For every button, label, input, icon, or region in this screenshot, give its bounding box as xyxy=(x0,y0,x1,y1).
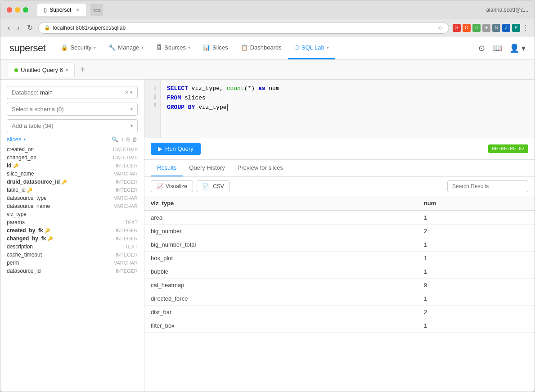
user-icon-button[interactable]: 👤 ▾ xyxy=(509,43,526,53)
table-row: directed_force 1 xyxy=(144,292,535,306)
column-row: datasource_name VARCHAR xyxy=(7,202,138,210)
run-query-button[interactable]: ▶ Run Query xyxy=(151,143,201,155)
key-icon: 🔑 xyxy=(45,228,50,233)
nav-menu: 🔒 Security ▾ 🔧 Manage ▾ 🗄 Sources ▾ 📊 Sl… xyxy=(54,36,478,59)
column-name: changed_on xyxy=(7,154,36,161)
database-select[interactable]: Database: main ✕ ▾ xyxy=(7,86,138,99)
sqllab-icon: ⬡ xyxy=(294,44,299,51)
column-row: id 🔑 INTEGER xyxy=(7,162,138,170)
line-numbers: 1 2 3 xyxy=(144,80,161,138)
column-row: perm VARCHAR xyxy=(7,259,138,267)
column-name: datasource_name xyxy=(7,203,50,209)
table-select[interactable]: Add a table (34) ▾ xyxy=(7,119,138,132)
schema-select[interactable]: Select a schema (0) ▾ xyxy=(7,103,138,116)
address-bar[interactable]: 🔒 localhost:8081/superset/sqllab ☆ xyxy=(38,22,449,34)
github-icon-button[interactable]: ⊙ xyxy=(478,43,485,53)
cell-num: 1 xyxy=(418,211,535,225)
column-row: druid_datasource_id 🔑 INTEGER xyxy=(7,178,138,186)
column-name: viz_type xyxy=(7,211,27,217)
ext-icon-4: ✦ xyxy=(482,24,490,32)
ext-icon-6: Z xyxy=(502,24,510,32)
nav-item-dashboards[interactable]: 📋 Dashboards xyxy=(234,36,288,59)
search-results-input[interactable] xyxy=(447,180,528,192)
table-row: area 1 xyxy=(144,211,535,225)
nav-slices-label: Slices xyxy=(212,44,228,51)
tab-results[interactable]: Results xyxy=(151,160,183,176)
cell-viz_type: bubble xyxy=(144,265,418,279)
new-tab-button[interactable]: ▭ xyxy=(90,4,103,16)
visualize-button[interactable]: 📈 Visualize xyxy=(151,180,193,192)
chart-icon: 📈 xyxy=(157,183,163,189)
close-btn[interactable] xyxy=(7,7,12,13)
key-icon: 🔑 xyxy=(47,236,53,241)
extensions-overflow[interactable]: ⋮ xyxy=(522,23,529,32)
table-row: filter_box 1 xyxy=(144,319,535,333)
column-type: VARCHAR xyxy=(114,203,138,209)
maximize-btn[interactable] xyxy=(23,7,28,13)
browser-tab[interactable]: {} Superset ✕ xyxy=(37,4,86,16)
table-row: cal_heatmap 9 xyxy=(144,279,535,292)
forward-button[interactable]: › xyxy=(15,23,21,33)
add-query-tab-button[interactable]: + xyxy=(76,64,89,75)
nav-item-slices[interactable]: 📊 Slices xyxy=(197,36,234,59)
cell-num: 1 xyxy=(418,252,535,265)
refresh-button[interactable]: ↻ xyxy=(25,23,35,33)
key-icon: 🔑 xyxy=(13,163,18,168)
delete-table-icon[interactable]: 🗑 xyxy=(132,136,138,143)
csv-button[interactable]: 📄 .CSV xyxy=(197,180,230,192)
sources-caret-icon: ▾ xyxy=(188,45,190,50)
cell-viz_type: filter_box xyxy=(144,319,418,333)
tab-close-icon[interactable]: ✕ xyxy=(76,7,80,13)
back-button[interactable]: ‹ xyxy=(6,23,12,33)
cell-viz_type: directed_force xyxy=(144,292,418,306)
ext-icon-7: P xyxy=(512,24,520,32)
code-content[interactable]: SELECT viz_type, count(*) as num FROM sl… xyxy=(161,80,535,138)
column-row: created_by_fk 🔑 INTEGER xyxy=(7,226,138,234)
manage-caret-icon: ▾ xyxy=(141,45,144,50)
column-name: datasource_id xyxy=(7,268,40,274)
user-account: alanna.scott@a... xyxy=(486,7,528,13)
run-icon: ▶ xyxy=(158,145,162,152)
app-content: superset 🔒 Security ▾ 🔧 Manage ▾ 🗄 Sourc… xyxy=(0,36,535,392)
column-name: cache_timeout xyxy=(7,252,42,258)
column-row: params TEXT xyxy=(7,218,138,226)
nav-item-manage[interactable]: 🔧 Manage ▾ xyxy=(102,36,150,59)
results-table: viz_type num area 1 big_number 2 big_num… xyxy=(144,196,535,333)
docs-icon-button[interactable]: 📖 xyxy=(492,43,502,53)
query-tab-0[interactable]: Untitled Query 6 ▾ xyxy=(8,63,75,77)
minimize-btn[interactable] xyxy=(15,7,20,13)
column-name: id 🔑 xyxy=(7,162,18,169)
code-editor[interactable]: 1 2 3 SELECT viz_type, count(*) as num F… xyxy=(144,80,535,138)
column-name: perm xyxy=(7,260,19,266)
nav-item-security[interactable]: 🔒 Security ▾ xyxy=(54,36,102,59)
column-type: DATETIME xyxy=(113,155,138,160)
col-header-viz_type[interactable]: viz_type xyxy=(144,196,418,211)
nav-item-sqllab[interactable]: ⬡ SQL Lab ▾ xyxy=(288,36,335,59)
csv-label: .CSV xyxy=(211,183,224,189)
column-row: changed_by_fk 🔑 INTEGER xyxy=(7,234,138,243)
database-label: Database: main xyxy=(12,89,53,96)
bookmark-icon[interactable]: ☆ xyxy=(437,24,443,32)
table-row: bubble 1 xyxy=(144,265,535,279)
database-select-arrows: ✕ ▾ xyxy=(125,90,133,95)
tab-query-history[interactable]: Query History xyxy=(183,160,231,176)
table-collapse-icon[interactable]: ▪ xyxy=(24,136,26,143)
copy-table-icon[interactable]: ⎘ xyxy=(126,136,130,143)
col-header-num[interactable]: num xyxy=(418,196,535,211)
tab-preview-slices[interactable]: Preview for slices xyxy=(231,160,289,176)
brand-logo: superset xyxy=(9,42,45,54)
search-table-icon[interactable]: 🔍 xyxy=(112,136,118,143)
column-row: cache_timeout INTEGER xyxy=(7,251,138,259)
tab-caret-icon: ▾ xyxy=(66,68,68,72)
column-name: changed_by_fk 🔑 xyxy=(7,235,53,242)
results-table-wrapper: viz_type num area 1 big_number 2 big_num… xyxy=(144,196,535,392)
dashboards-icon: 📋 xyxy=(241,44,248,51)
nav-security-label: Security xyxy=(70,44,91,51)
main-layout: Database: main ✕ ▾ Select a schema (0) ▾… xyxy=(0,80,535,392)
column-name: description xyxy=(7,243,33,250)
column-row: description TEXT xyxy=(7,243,138,251)
line-num-3: 3 xyxy=(148,101,157,110)
sort-table-icon[interactable]: ↕ xyxy=(121,136,124,143)
column-name: params xyxy=(7,219,25,225)
nav-item-sources[interactable]: 🗄 Sources ▾ xyxy=(150,36,197,59)
